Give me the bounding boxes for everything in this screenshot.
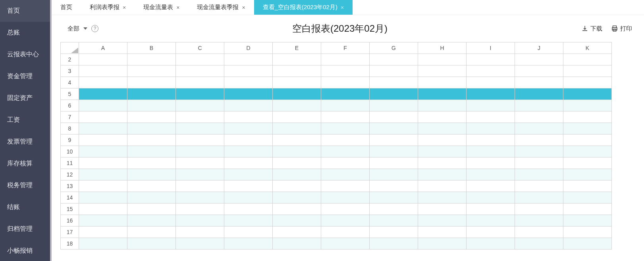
column-header-B[interactable]: B	[127, 42, 176, 54]
cell-K8[interactable]	[563, 123, 612, 134]
cell-J17[interactable]	[515, 226, 563, 238]
sidebar-item-7[interactable]: 库存核算	[0, 153, 50, 175]
cell-I4[interactable]	[467, 77, 515, 88]
cell-B3[interactable]	[127, 65, 176, 77]
sidebar-item-5[interactable]: 工资	[0, 109, 50, 131]
column-header-G[interactable]: G	[370, 42, 418, 54]
row-header-16[interactable]: 16	[61, 215, 79, 226]
cell-K14[interactable]	[563, 192, 612, 203]
cell-K13[interactable]	[563, 180, 612, 192]
cell-G3[interactable]	[370, 65, 418, 77]
cell-K10[interactable]	[563, 146, 612, 157]
cell-D5[interactable]	[224, 88, 273, 100]
cell-C18[interactable]	[176, 238, 224, 249]
column-header-F[interactable]: F	[321, 42, 370, 54]
spreadsheet[interactable]: ABCDEFGHIJK23456789101112131415161718	[52, 42, 644, 261]
row-header-8[interactable]: 8	[61, 123, 79, 134]
cell-C9[interactable]	[176, 134, 224, 146]
row-header-4[interactable]: 4	[61, 77, 79, 88]
cell-D17[interactable]	[224, 226, 273, 238]
cell-C10[interactable]	[176, 146, 224, 157]
row-header-15[interactable]: 15	[61, 203, 79, 215]
cell-H13[interactable]	[418, 180, 467, 192]
cell-H4[interactable]	[418, 77, 467, 88]
cell-F2[interactable]	[321, 54, 370, 65]
cell-E10[interactable]	[273, 146, 321, 157]
cell-B13[interactable]	[127, 180, 176, 192]
column-header-K[interactable]: K	[563, 42, 612, 54]
cell-E2[interactable]	[273, 54, 321, 65]
cell-C7[interactable]	[176, 111, 224, 123]
row-header-13[interactable]: 13	[61, 180, 79, 192]
cell-E11[interactable]	[273, 157, 321, 169]
row-header-6[interactable]: 6	[61, 100, 79, 111]
cell-G7[interactable]	[370, 111, 418, 123]
cell-D14[interactable]	[224, 192, 273, 203]
cell-I17[interactable]	[467, 226, 515, 238]
cell-E6[interactable]	[273, 100, 321, 111]
cell-D7[interactable]	[224, 111, 273, 123]
cell-A9[interactable]	[79, 134, 127, 146]
cell-A4[interactable]	[79, 77, 127, 88]
cell-D8[interactable]	[224, 123, 273, 134]
cell-I18[interactable]	[467, 238, 515, 249]
cell-H10[interactable]	[418, 146, 467, 157]
cell-K11[interactable]	[563, 157, 612, 169]
cell-F7[interactable]	[321, 111, 370, 123]
cell-I15[interactable]	[467, 203, 515, 215]
cell-J6[interactable]	[515, 100, 563, 111]
cell-E4[interactable]	[273, 77, 321, 88]
row-header-10[interactable]: 10	[61, 146, 79, 157]
cell-G18[interactable]	[370, 238, 418, 249]
row-header-17[interactable]: 17	[61, 226, 79, 238]
cell-H15[interactable]	[418, 203, 467, 215]
cell-H17[interactable]	[418, 226, 467, 238]
cell-G8[interactable]	[370, 123, 418, 134]
row-header-5[interactable]: 5	[61, 88, 79, 100]
cell-H7[interactable]	[418, 111, 467, 123]
cell-E9[interactable]	[273, 134, 321, 146]
row-header-12[interactable]: 12	[61, 169, 79, 180]
cell-H6[interactable]	[418, 100, 467, 111]
cell-D3[interactable]	[224, 65, 273, 77]
cell-B11[interactable]	[127, 157, 176, 169]
cell-H11[interactable]	[418, 157, 467, 169]
sidebar-item-2[interactable]: 云报表中心	[0, 44, 50, 65]
cell-D10[interactable]	[224, 146, 273, 157]
sidebar-item-6[interactable]: 发票管理	[0, 131, 50, 153]
row-header-18[interactable]: 18	[61, 238, 79, 249]
cell-A10[interactable]	[79, 146, 127, 157]
cell-B6[interactable]	[127, 100, 176, 111]
column-header-E[interactable]: E	[273, 42, 321, 54]
cell-B17[interactable]	[127, 226, 176, 238]
cell-H5[interactable]	[418, 88, 467, 100]
cell-B12[interactable]	[127, 169, 176, 180]
sidebar-item-1[interactable]: 总账	[0, 22, 50, 44]
cell-A16[interactable]	[79, 215, 127, 226]
cell-I6[interactable]	[467, 100, 515, 111]
row-header-7[interactable]: 7	[61, 111, 79, 123]
sidebar-item-4[interactable]: 固定资产	[0, 87, 50, 109]
cell-G2[interactable]	[370, 54, 418, 65]
cell-F5[interactable]	[321, 88, 370, 100]
cell-J16[interactable]	[515, 215, 563, 226]
close-icon[interactable]: ×	[123, 4, 126, 11]
cell-K6[interactable]	[563, 100, 612, 111]
cell-G13[interactable]	[370, 180, 418, 192]
cell-E5[interactable]	[273, 88, 321, 100]
cell-F10[interactable]	[321, 146, 370, 157]
cell-B2[interactable]	[127, 54, 176, 65]
cell-G15[interactable]	[370, 203, 418, 215]
cell-I10[interactable]	[467, 146, 515, 157]
cell-G10[interactable]	[370, 146, 418, 157]
sidebar-item-10[interactable]: 归档管理	[0, 218, 50, 240]
cell-A6[interactable]	[79, 100, 127, 111]
tab-0[interactable]: 首页	[52, 0, 81, 15]
row-header-2[interactable]: 2	[61, 54, 79, 65]
cell-G14[interactable]	[370, 192, 418, 203]
cell-I16[interactable]	[467, 215, 515, 226]
download-button[interactable]: 下载	[581, 25, 602, 33]
cell-A11[interactable]	[79, 157, 127, 169]
cell-F8[interactable]	[321, 123, 370, 134]
cell-D13[interactable]	[224, 180, 273, 192]
